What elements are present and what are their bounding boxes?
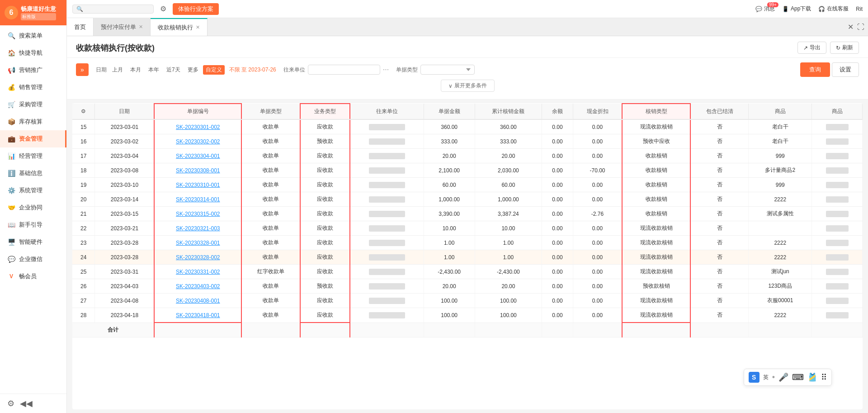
col-gear[interactable]: ⚙ xyxy=(72,104,95,119)
doc-no-link[interactable]: SK-20230315-002 xyxy=(176,211,220,217)
expand-more-button[interactable]: ∨ 展开更多条件 xyxy=(441,80,495,92)
chevron-down-icon: ∨ xyxy=(448,83,453,89)
filter-dots[interactable]: ··· xyxy=(383,66,389,74)
sidebar-item-basic[interactable]: ℹ️ 基础信息 xyxy=(0,165,66,182)
sidebar-item-quicknav[interactable]: 🏠 快捷导航 xyxy=(0,44,66,62)
cell-unit xyxy=(350,119,424,134)
last-month-btn[interactable]: 上月 xyxy=(109,65,126,75)
cell-product: 2222 xyxy=(749,236,812,250)
query-button[interactable]: 查询 xyxy=(800,62,830,77)
sidebar-item-guide[interactable]: 📖 新手引导 xyxy=(0,216,66,233)
sidebar-item-member[interactable]: V 畅会员 xyxy=(0,268,66,285)
topbar-gear-icon[interactable]: ⚙ xyxy=(157,5,169,13)
cell-product: 多计量商品2 xyxy=(749,163,812,178)
cell-total-cancel: 60.00 xyxy=(475,178,542,192)
filter-expand-button[interactable]: » xyxy=(76,63,89,76)
sidebar-item-hardware[interactable]: 🖥️ 智能硬件 xyxy=(0,233,66,251)
sidebar-item-purchase[interactable]: 🛒 采购管理 xyxy=(0,96,66,113)
tab-home[interactable]: 首页 xyxy=(67,18,94,36)
doc-no-link[interactable]: SK-20230302-002 xyxy=(176,138,220,145)
sidebar-item-inventory[interactable]: 📦 库存核算 xyxy=(0,113,66,130)
cell-include-settled: 否 xyxy=(690,134,749,149)
doctype-filter-select[interactable] xyxy=(420,65,475,75)
cell-product2 xyxy=(812,134,863,149)
export-button[interactable]: ↗ 导出 xyxy=(797,42,826,54)
cell-include-settled: 否 xyxy=(690,119,749,134)
cell-cash-discount: 0.00 xyxy=(573,192,622,207)
total-product2 xyxy=(812,323,863,337)
doc-no-link[interactable]: SK-20230408-001 xyxy=(176,298,220,304)
cell-balance: 0.00 xyxy=(542,308,573,323)
col-unit: 往来单位 xyxy=(350,104,424,119)
doc-no-link[interactable]: SK-20230308-001 xyxy=(176,167,220,174)
app-download-button[interactable]: 📱 App下载 xyxy=(782,5,811,13)
sidebar-item-label: 智能硬件 xyxy=(19,238,42,246)
cell-total-cancel: 1,000.00 xyxy=(475,192,542,207)
tab-maximize-button[interactable]: ⛶ xyxy=(857,23,864,31)
doc-no-link[interactable]: SK-20230310-001 xyxy=(176,182,220,188)
sidebar-item-corp[interactable]: 🤝 企业协同 xyxy=(0,199,66,216)
sidebar-item-operations[interactable]: 📊 经营管理 xyxy=(0,147,66,165)
unit-filter-input[interactable] xyxy=(308,65,380,75)
tab-payable[interactable]: 预付冲应付单 ✕ xyxy=(94,18,151,36)
total-label: 合计 xyxy=(72,323,154,337)
sidebar-item-marketing[interactable]: 📢 营销推广 xyxy=(0,62,66,79)
col-include-settled: 包含已结清 xyxy=(690,104,749,119)
more-btn[interactable]: 更多 xyxy=(185,65,201,75)
tab-payable-close[interactable]: ✕ xyxy=(139,24,143,30)
sidebar-item-wechat[interactable]: 💬 企业微信 xyxy=(0,251,66,268)
this-month-btn[interactable]: 本月 xyxy=(127,65,144,75)
cell-balance: 0.00 xyxy=(542,265,573,279)
cell-doc-type: 收款单 xyxy=(241,119,300,134)
doc-no-link[interactable]: SK-20230331-002 xyxy=(176,269,220,275)
cell-product: 老白干 xyxy=(749,119,812,134)
cell-biz-type: 应收款 xyxy=(300,294,350,308)
tab-close-all-button[interactable]: ✕ xyxy=(848,23,854,31)
tab-home-label: 首页 xyxy=(74,23,86,31)
doc-no-link[interactable]: SK-20230403-002 xyxy=(176,283,220,290)
cell-doc-amount: 3,390.00 xyxy=(424,207,475,221)
cell-cash-discount: 0.00 xyxy=(573,294,622,308)
col-doc-type: 单据类型 xyxy=(241,104,300,119)
filter-settings-button[interactable]: 设置 xyxy=(832,62,859,77)
doc-no-link[interactable]: SK-20230328-001 xyxy=(176,240,220,246)
sidebar-item-finance[interactable]: 💼 资金管理 xyxy=(0,130,66,147)
sidebar-item-system[interactable]: ⚙️ 系统管理 xyxy=(0,182,66,199)
doc-no-link[interactable]: SK-20230314-001 xyxy=(176,196,220,203)
collapse-icon[interactable]: ◀◀ xyxy=(20,399,33,408)
total-biz-type xyxy=(300,323,350,337)
tab-collection-close[interactable]: ✕ xyxy=(196,24,200,30)
doc-no-link[interactable]: SK-20230301-002 xyxy=(176,124,220,130)
doc-no-link[interactable]: SK-20230321-003 xyxy=(176,225,220,232)
tab-collection[interactable]: 收款核销执行 ✕ xyxy=(151,18,208,36)
col-balance: 余额 xyxy=(542,104,573,119)
cell-product2 xyxy=(812,236,863,250)
cell-total-cancel: 20.00 xyxy=(475,279,542,294)
table-row: 24 2023-03-28 SK-20230328-002 收款单 应收款 1.… xyxy=(72,250,863,265)
sidebar-menu: 🔍 搜索菜单 🏠 快捷导航 📢 营销推广 💰 销售管理 🛒 采购管理 📦 库存核… xyxy=(0,25,66,394)
filter-date-buttons: 上月 本月 本年 近7天 更多 自定义 xyxy=(109,65,225,75)
user-name[interactable]: Rit xyxy=(856,6,863,12)
doc-no-link[interactable]: SK-20230304-001 xyxy=(176,153,220,159)
topbar-search-input[interactable] xyxy=(85,6,144,12)
messages-button[interactable]: 💬 消息 99+ xyxy=(755,5,775,13)
data-table: ⚙ 日期 单据编号 单据类型 业务类型 往来单位 单据金额 累计核销金额 余额 … xyxy=(72,103,863,337)
sidebar-item-sales[interactable]: 💰 销售管理 xyxy=(0,79,66,96)
doc-no-link[interactable]: SK-20230328-002 xyxy=(176,254,220,261)
page-header-actions: ↗ 导出 ↻ 刷新 xyxy=(797,42,859,54)
industry-solution-button[interactable]: 体验行业方案 xyxy=(173,3,219,15)
custom-date-btn[interactable]: 自定义 xyxy=(203,65,225,75)
this-year-btn[interactable]: 本年 xyxy=(146,65,162,75)
refresh-button[interactable]: ↻ 刷新 xyxy=(830,42,859,54)
cell-cash-discount: 0.00 xyxy=(573,178,622,192)
col-doc-amount: 单据金额 xyxy=(424,104,475,119)
last7-btn[interactable]: 近7天 xyxy=(164,65,183,75)
settings-gear-icon[interactable]: ⚙ xyxy=(7,399,14,408)
service-button[interactable]: 🎧 在线客服 xyxy=(818,5,849,13)
sidebar-logo: 6 畅康道好生意 标推版 xyxy=(0,0,66,25)
sidebar-item-label: 企业协同 xyxy=(19,204,42,212)
filter-doctype-item: 单据类型 xyxy=(396,65,475,75)
sidebar-item-search[interactable]: 🔍 搜索菜单 xyxy=(0,27,66,44)
tab-bar: 首页 预付冲应付单 ✕ 收款核销执行 ✕ ✕ ⛶ xyxy=(67,18,868,36)
doc-no-link[interactable]: SK-20230418-001 xyxy=(176,312,220,318)
